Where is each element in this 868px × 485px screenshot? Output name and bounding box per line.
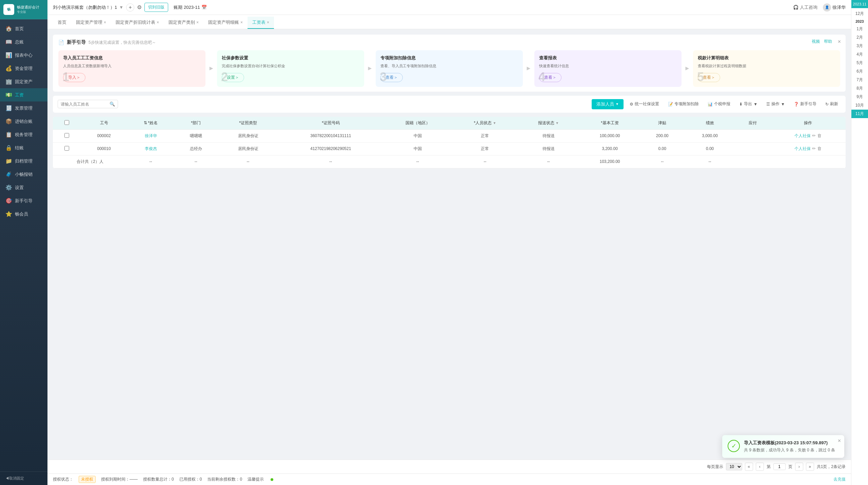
user-menu[interactable]: 👤 徐泽华: [823, 3, 846, 12]
content-area: 📄 新手引导 5步快速完成设置，快去完善信息吧～ 视频 帮助 × 1 导入员工工…: [47, 29, 851, 460]
sidebar-item-assets[interactable]: 🏢固定资产: [0, 75, 47, 88]
ops-social-1[interactable]: 个人社保: [794, 146, 811, 151]
add-account-button[interactable]: +: [126, 3, 134, 12]
sidebar: 畅 畅捷通好会计 专业版 🏠首页📖总账📊报表中心💰资金管理🏢固定资产💵工资🧾发票…: [0, 0, 47, 485]
tax-report-button[interactable]: 📊 个税申报: [705, 100, 733, 108]
sidebar-label-close: 结账: [15, 145, 24, 151]
ops-edit-1[interactable]: ✏: [812, 146, 816, 151]
guide-button[interactable]: ❓ 新手引导: [791, 100, 819, 108]
cal-month-1月[interactable]: 1月: [851, 25, 868, 33]
cell-id-1: 000010: [81, 142, 127, 155]
col-header-check[interactable]: [53, 117, 81, 130]
add-employee-button[interactable]: 添加人员 ▼: [592, 99, 624, 109]
ops-social-0[interactable]: 个人社保: [794, 133, 811, 138]
sidebar-bottom[interactable]: ◀取消固定: [0, 471, 47, 485]
notif-close-button[interactable]: ×: [838, 438, 841, 444]
sidebar-item-ledger[interactable]: 📖总账: [0, 35, 47, 49]
ops-edit-0[interactable]: ✏: [812, 133, 816, 138]
charge-link[interactable]: 去充值: [833, 477, 846, 482]
search-input[interactable]: [61, 102, 108, 107]
sidebar-item-finance[interactable]: 💰资金管理: [0, 62, 47, 75]
sidebar-item-expense[interactable]: 🧳小畅报销: [0, 168, 47, 181]
sidebar-item-payroll[interactable]: 💵工资: [0, 88, 47, 101]
sidebar-item-report[interactable]: 📊报表中心: [0, 49, 47, 62]
page-number-input[interactable]: [773, 463, 786, 470]
cal-month-8月[interactable]: 8月: [851, 84, 868, 93]
help-link[interactable]: 帮助: [824, 39, 832, 44]
tab-close-asset-detail[interactable]: ×: [240, 20, 243, 25]
cal-month-11月[interactable]: 11月: [851, 110, 868, 118]
calendar-icon[interactable]: 📅: [201, 5, 207, 10]
export-button[interactable]: ⬇ 导出 ▼: [736, 100, 760, 108]
sidebar-label-invoice: 发票管理: [15, 105, 33, 111]
tab-close-fixed-assets[interactable]: ×: [104, 20, 106, 25]
col-header-performance: 绩效: [684, 117, 735, 130]
tab-depreciation[interactable]: 固定资产折旧统计表×: [111, 17, 164, 29]
cal-month-2月[interactable]: 2月: [851, 33, 868, 42]
settings-icon[interactable]: ⚙: [137, 4, 142, 11]
sidebar-item-home[interactable]: 🏠首页: [0, 22, 47, 35]
tab-close-depreciation[interactable]: ×: [157, 20, 159, 25]
first-page-button[interactable]: «: [745, 463, 753, 471]
row-checkbox-1[interactable]: [64, 146, 69, 151]
row-checkbox-0[interactable]: [64, 133, 69, 138]
switch-version-button[interactable]: 切到旧版: [144, 3, 168, 12]
refresh-button[interactable]: ↻ 刷新: [823, 100, 841, 108]
col-header-id_no: *证照号码: [278, 117, 383, 130]
tab-payroll[interactable]: 工资表×: [248, 17, 274, 29]
account-selector[interactable]: 刘小艳演示账套（勿删勿动！）1 ▼: [53, 4, 123, 11]
social-insurance-icon: ⚙: [630, 102, 633, 107]
sidebar-item-invoice[interactable]: 🧾发票管理: [0, 101, 47, 115]
tab-close-asset-type[interactable]: ×: [196, 20, 199, 25]
search-icon[interactable]: 🔍: [110, 101, 115, 107]
cal-month-4月[interactable]: 4月: [851, 50, 868, 59]
sidebar-item-close[interactable]: 🔒结账: [0, 141, 47, 154]
select-all-checkbox[interactable]: [64, 120, 69, 125]
tab-close-payroll[interactable]: ×: [267, 20, 269, 25]
cal-month-3月[interactable]: 3月: [851, 42, 868, 50]
sidebar-item-archive[interactable]: 📁归档管理: [0, 154, 47, 168]
cal-month-7月[interactable]: 7月: [851, 76, 868, 84]
ops-delete-0[interactable]: 🗑: [817, 133, 822, 138]
cal-month-5月[interactable]: 5月: [851, 59, 868, 67]
cal-month-12月[interactable]: 12月: [851, 10, 868, 18]
cal-month-10月[interactable]: 10月: [851, 101, 868, 110]
sidebar-item-member[interactable]: ⭐畅会员: [0, 207, 47, 221]
sort-icon-name[interactable]: ⇅: [144, 120, 147, 125]
sidebar-label-archive: 归档管理: [15, 158, 33, 164]
operations-button[interactable]: ☰ 操作 ▼: [764, 100, 788, 108]
filter-icon-submit_status[interactable]: ▼: [555, 121, 559, 125]
tab-asset-type[interactable]: 固定资产类别×: [164, 17, 203, 29]
employee-name-link-1[interactable]: 李俊杰: [145, 146, 157, 151]
sidebar-item-purchase[interactable]: 📦进销台账: [0, 115, 47, 128]
last-page-button[interactable]: »: [806, 463, 814, 471]
consult-button[interactable]: 🎧 人工咨询: [793, 4, 817, 11]
per-page-select[interactable]: 102050: [726, 463, 742, 470]
social-insurance-button[interactable]: ⚙ 统一社保设置: [627, 100, 662, 108]
video-link[interactable]: 视频: [812, 39, 820, 44]
filter-icon-status[interactable]: ▼: [493, 121, 496, 125]
cal-month-6月[interactable]: 6月: [851, 67, 868, 76]
tab-fixed-assets[interactable]: 固定资产管理×: [71, 17, 111, 29]
ops-delete-1[interactable]: 🗑: [817, 146, 822, 151]
guide-close-button[interactable]: ×: [838, 39, 841, 45]
employee-name-link-0[interactable]: 徐泽华: [145, 133, 157, 138]
guide-step-desc-4: 快速查看统计信息: [539, 63, 677, 69]
col-header-name: ⇅*姓名: [127, 117, 174, 130]
tab-asset-detail[interactable]: 固定资产明细账×: [203, 17, 248, 29]
account-name: 刘小艳演示账套（勿删勿动！）1: [53, 4, 117, 11]
prev-page-button[interactable]: ‹: [756, 463, 764, 471]
cell-id-0: 000002: [81, 129, 127, 142]
tab-home[interactable]: 首页: [53, 17, 71, 29]
cell-id_type-0: 居民身份证: [218, 129, 278, 142]
deduction-button[interactable]: 📝 专项附加扣除: [665, 100, 702, 108]
cell-dept-0: 嗯嗯嗯: [174, 129, 218, 142]
tabbar: 首页固定资产管理×固定资产折旧统计表×固定资产类别×固定资产明细账×工资表×: [47, 15, 851, 29]
sidebar-item-settings[interactable]: ⚙️设置: [0, 181, 47, 194]
sidebar-item-guide[interactable]: 🎯新手引导: [0, 194, 47, 207]
warn-label: 温馨提示: [248, 477, 264, 482]
next-page-button[interactable]: ›: [795, 463, 803, 471]
cal-month-9月[interactable]: 9月: [851, 93, 868, 101]
guide-arrow-3: ►: [523, 50, 534, 87]
sidebar-item-tax[interactable]: 📋税务管理: [0, 128, 47, 141]
